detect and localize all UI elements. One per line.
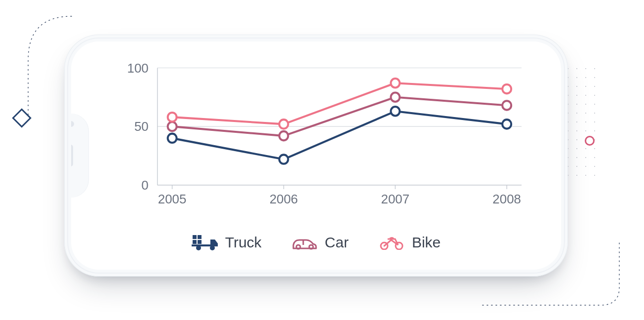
data-point [502, 120, 511, 128]
data-point [168, 122, 177, 131]
y-tick-label: 0 [141, 178, 148, 193]
device-screen: 0501002005200620072008 TruckCarBike [71, 41, 561, 270]
legend-item-bike: Bike [378, 234, 441, 251]
svg-rect-10 [198, 235, 201, 239]
line-chart-svg: 0501002005200620072008 [118, 59, 531, 210]
x-tick-label: 2007 [381, 191, 410, 206]
x-tick-label: 2005 [158, 191, 187, 206]
data-point [168, 113, 177, 121]
device-speaker [71, 145, 73, 166]
data-point [391, 107, 400, 116]
svg-rect-13 [192, 244, 210, 246]
data-point [502, 84, 511, 93]
svg-point-16 [296, 245, 300, 249]
svg-rect-9 [193, 235, 197, 239]
legend-label: Bike [412, 234, 441, 251]
svg-point-15 [210, 245, 215, 250]
legend-label: Truck [225, 234, 262, 251]
series-bike [168, 79, 512, 129]
line-chart: 0501002005200620072008 [118, 59, 531, 210]
decor-diamond-icon [12, 108, 32, 128]
car-icon [291, 235, 318, 250]
y-tick-label: 50 [134, 119, 149, 134]
svg-rect-11 [193, 240, 197, 244]
legend-item-car: Car [291, 234, 349, 251]
bike-icon [378, 235, 405, 250]
series-truck [168, 107, 512, 164]
data-point [279, 120, 288, 128]
chart-legend: TruckCarBike [71, 234, 561, 251]
truck-icon [192, 234, 218, 251]
data-point [391, 79, 400, 87]
decor-ring-icon [585, 136, 595, 146]
data-point [279, 131, 288, 140]
device-frame: 0501002005200620072008 TruckCarBike [64, 35, 568, 277]
data-point [279, 155, 288, 163]
x-tick-label: 2006 [270, 191, 298, 206]
legend-item-truck: Truck [192, 234, 262, 251]
svg-point-14 [196, 245, 201, 250]
data-point [502, 101, 511, 110]
legend-label: Car [325, 234, 349, 251]
device-camera [71, 121, 74, 127]
device-notch [71, 114, 89, 198]
svg-rect-12 [198, 240, 201, 244]
series-car [168, 93, 512, 141]
data-point [168, 134, 177, 143]
svg-point-17 [309, 245, 313, 249]
y-tick-label: 100 [127, 60, 149, 75]
x-tick-label: 2008 [492, 191, 521, 206]
data-point [391, 93, 400, 102]
